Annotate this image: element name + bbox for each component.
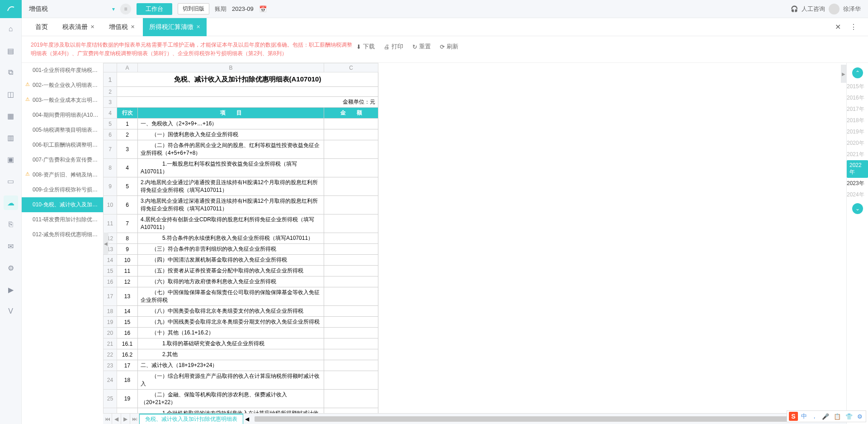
sheet-nav-last[interactable]: ⏭	[130, 414, 139, 424]
cell[interactable]: （四）中国清洁发展机制基金取得的收入免征企业所得税	[138, 255, 324, 266]
ime-toolbar[interactable]: S 中 ， 🎤 📋 👕 ⚙	[787, 410, 866, 422]
nav-chart-icon[interactable]: ⧉	[4, 65, 18, 80]
cell[interactable]	[324, 129, 378, 140]
cell[interactable]	[324, 255, 378, 266]
close-all-tabs[interactable]: ✕	[831, 23, 844, 31]
nav-video-icon[interactable]: ▶	[4, 282, 18, 297]
cell[interactable]: 18	[117, 371, 138, 390]
sheet-tab[interactable]: 免税、减计收入及加计扣除优惠明细表	[139, 414, 243, 424]
cell[interactable]: 5	[117, 177, 138, 196]
cell[interactable]: 1.金融机构取得的涉农贷款利息收入在计算应纳税所得额时减计收入	[138, 408, 324, 413]
tab-tax-list[interactable]: 税表清册✕	[56, 18, 101, 36]
year-scroll-up[interactable]: ⌃	[852, 67, 863, 78]
cell[interactable]: 3	[117, 140, 138, 159]
list-circle-icon[interactable]: ≡	[120, 4, 131, 14]
cell[interactable]: （九）中国残奥委会取得北京冬奥组委分期支付的收入免征企业所得税	[138, 317, 324, 328]
tab-vat[interactable]: 增值税✕	[103, 18, 141, 36]
cell[interactable]	[324, 159, 378, 177]
cell[interactable]: 1.取得的基础研究资金收入免征企业所得税	[138, 338, 324, 349]
cell[interactable]: 7	[117, 214, 138, 233]
download-button[interactable]: ⬇ 下载	[356, 43, 375, 51]
cell[interactable]: 4	[117, 159, 138, 177]
app-logo[interactable]	[0, 0, 22, 18]
nav-mail-icon[interactable]: ✉	[4, 239, 18, 253]
close-icon[interactable]: ✕	[90, 24, 94, 30]
cell[interactable]	[324, 371, 378, 390]
ime-item[interactable]: 📋	[832, 413, 842, 420]
cell[interactable]	[324, 119, 378, 129]
cell[interactable]	[324, 276, 378, 287]
sheet-nav-prev[interactable]: ◀	[112, 414, 121, 424]
side-item[interactable]: ⚠002-一般企业收入明细表(A...	[22, 78, 103, 93]
print-button[interactable]: 🖨 打印	[384, 43, 403, 51]
nav-doc-icon[interactable]: ▤	[4, 43, 18, 58]
side-item[interactable]: 004-期间费用明细表(A1040...	[22, 108, 103, 123]
nav-screen-icon[interactable]: ▣	[4, 152, 18, 167]
cell[interactable]: 3.内地居民企业通过深港通投资且连续持有H股满12个月取得的股息红利所得免征企业…	[138, 196, 324, 214]
cell[interactable]: 6	[117, 196, 138, 214]
cell[interactable]: 13	[117, 287, 138, 306]
cell[interactable]	[324, 317, 378, 328]
cell[interactable]: （一）综合利用资源生产产品取得的收入在计算应纳税所得额时减计收入	[138, 371, 324, 390]
switch-old-button[interactable]: 切到旧版	[178, 3, 209, 14]
cell[interactable]: 5.符合条件的永续债利息收入免征企业所得税（填写A107011）	[138, 233, 324, 244]
cell[interactable]: 16	[117, 328, 138, 338]
cell[interactable]: 1.一般股息红利等权益性投资收益免征企业所得税（填写A107011）	[138, 159, 324, 177]
side-item[interactable]: 011-研发费用加计扣除优惠...	[22, 212, 103, 227]
ime-item[interactable]: 中	[800, 412, 808, 420]
nav-folder-icon[interactable]: ⎘	[4, 217, 18, 232]
cell[interactable]	[324, 266, 378, 276]
year-item[interactable]: 2021年	[847, 149, 868, 160]
year-item[interactable]: 2023年	[847, 178, 868, 189]
cell[interactable]: 二、减计收入（18+19+23+24）	[138, 360, 324, 371]
workspace-button[interactable]: 工作台	[137, 3, 172, 15]
period-value[interactable]: 2023-09	[232, 5, 254, 12]
horizontal-scrollbar[interactable]	[255, 416, 835, 422]
cell[interactable]: 一、免税收入（2+3+9+…+16）	[138, 119, 324, 129]
cell[interactable]	[324, 140, 378, 159]
cell[interactable]: 2.其他	[138, 349, 324, 360]
cell[interactable]: 1	[117, 119, 138, 129]
cell[interactable]: 14	[117, 306, 138, 317]
nav-settings-icon[interactable]: ⚙	[4, 261, 18, 275]
sheet-nav-first[interactable]: ⏮	[103, 414, 112, 424]
cell[interactable]	[324, 244, 378, 255]
cell[interactable]: （八）中国奥委会取得北京冬奥组委支付的收入免征企业所得税	[138, 306, 324, 317]
cell[interactable]: 2	[117, 129, 138, 140]
cell[interactable]: （七）中国保险保障基金有限责任公司取得的保险保障基金等收入免征企业所得税	[138, 287, 324, 306]
cell[interactable]	[324, 390, 378, 408]
year-item[interactable]: 2016年	[847, 92, 868, 104]
year-item[interactable]: 2019年	[847, 126, 868, 138]
topbar-title[interactable]: 增值税	[29, 5, 48, 13]
cell[interactable]: （一）国债利息收入免征企业所得税	[138, 129, 324, 140]
cell[interactable]: 17	[117, 360, 138, 371]
side-item[interactable]: ⚠003-一般企业成本支出明细...	[22, 93, 103, 108]
cell[interactable]: 16.1	[117, 338, 138, 349]
year-item[interactable]: 2020年	[847, 138, 868, 149]
ime-item[interactable]: 👕	[844, 413, 854, 420]
nav-box-icon[interactable]: ▭	[4, 174, 18, 188]
cell[interactable]: 8	[117, 233, 138, 244]
avatar[interactable]	[829, 4, 840, 14]
scroll-left-icon[interactable]: ◀	[245, 416, 249, 422]
cell[interactable]: 11	[117, 266, 138, 276]
year-item[interactable]: 2024年	[847, 189, 868, 200]
cell[interactable]	[324, 360, 378, 371]
refresh-button[interactable]: ⟳ 刷新	[440, 43, 458, 51]
year-scroll-down[interactable]: ⌄	[852, 203, 863, 214]
nav-report-icon[interactable]: ▦	[4, 109, 18, 123]
cell[interactable]: （三）符合条件的非营利组织的收入免征企业所得税	[138, 244, 324, 255]
ime-item[interactable]: ，	[810, 412, 819, 420]
close-icon[interactable]: ✕	[131, 24, 135, 30]
cell[interactable]	[324, 177, 378, 196]
tabs-more-icon[interactable]: ⋮	[846, 23, 861, 31]
cell[interactable]: 19	[117, 390, 138, 408]
nav-v-icon[interactable]: V	[4, 304, 18, 319]
year-item[interactable]: 2018年	[847, 115, 868, 126]
cell[interactable]	[324, 408, 378, 413]
side-item[interactable]: 012-减免所得税优惠明细表(...	[22, 227, 103, 242]
side-item[interactable]: 009-企业所得税弥补亏损明...	[22, 182, 103, 197]
cell[interactable]: 10	[117, 255, 138, 266]
expand-sheet-handle[interactable]: ▶	[841, 65, 846, 83]
side-item[interactable]: 005-纳税调整项目明细表(A...	[22, 123, 103, 138]
